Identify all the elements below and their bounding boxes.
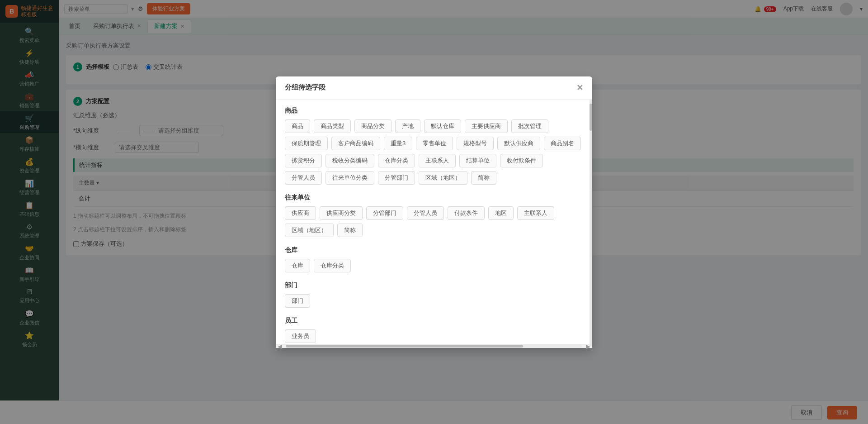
hscroll-thumb[interactable] (286, 345, 523, 348)
field-pick-points[interactable]: 拣货积分 (285, 154, 322, 167)
modal-close-btn[interactable]: ✕ (576, 83, 583, 93)
section-product-title: 商品 (285, 107, 583, 115)
field-tax-code[interactable]: 税收分类编码 (326, 154, 374, 167)
section-warehouse-title: 仓库 (285, 246, 583, 254)
field-main-contact[interactable]: 主联系人 (419, 154, 456, 167)
modal-body: 商品 商品 商品类型 商品分类 产地 默认仓库 主要供应商 批次管理 保质期管理… (276, 100, 592, 344)
field-product-type[interactable]: 商品类型 (314, 119, 351, 133)
field-person-cp[interactable]: 分管人员 (407, 206, 444, 220)
section-counterparty: 往来单位 供应商 供应商分类 分管部门 分管人员 付款条件 地区 主联系人 区域… (285, 194, 583, 237)
field-area[interactable]: 地区 (488, 206, 514, 220)
section-dept: 部门 部门 (285, 281, 583, 308)
counterparty-fields: 供应商 供应商分类 分管部门 分管人员 付款条件 地区 主联系人 区域（地区） … (285, 206, 583, 237)
field-batch-mgmt[interactable]: 批次管理 (511, 119, 548, 133)
section-product: 商品 商品 商品类型 商品分类 产地 默认仓库 主要供应商 批次管理 保质期管理… (285, 107, 583, 185)
employee-fields: 业务员 (285, 329, 583, 343)
field-warehouse[interactable]: 仓库 (285, 259, 310, 272)
field-customer-code[interactable]: 客户商品编码 (331, 137, 380, 150)
field-product-alias[interactable]: 商品别名 (544, 137, 581, 150)
field-weight3[interactable]: 重量3 (384, 137, 412, 150)
field-payment-terms[interactable]: 收付款条件 (500, 154, 543, 167)
field-settlement-unit[interactable]: 结算单位 (459, 154, 496, 167)
modal-overlay: 分组待选字段 ✕ 商品 商品 商品类型 商品分类 产地 默认仓库 主要供应商 批… (0, 0, 868, 424)
field-warehouse-cat[interactable]: 仓库分类 (314, 259, 351, 272)
modal-vscroll-thumb[interactable] (590, 104, 592, 131)
field-transaction-category[interactable]: 往来单位分类 (326, 171, 374, 185)
hscroll-left-btn[interactable]: ◀ (276, 343, 284, 350)
field-product-category[interactable]: 商品分类 (354, 119, 392, 133)
section-counterparty-title: 往来单位 (285, 194, 583, 202)
modal-hscroll[interactable]: ◀ ▶ (276, 344, 592, 348)
field-region[interactable]: 区域（地区） (419, 171, 467, 185)
field-payment-condition[interactable]: 付款条件 (448, 206, 485, 220)
section-employee-title: 员工 (285, 317, 583, 325)
modal-vscroll[interactable] (590, 99, 592, 346)
field-product[interactable]: 商品 (285, 119, 310, 133)
modal-title: 分组待选字段 (285, 83, 326, 92)
field-supplier-category[interactable]: 供应商分类 (320, 206, 363, 220)
field-dept[interactable]: 部门 (285, 294, 310, 308)
field-supplier[interactable]: 供应商 (285, 206, 316, 220)
field-origin[interactable]: 产地 (395, 119, 420, 133)
section-employee: 员工 业务员 (285, 317, 583, 343)
field-select-modal: 分组待选字段 ✕ 商品 商品 商品类型 商品分类 产地 默认仓库 主要供应商 批… (276, 76, 592, 348)
warehouse-fields: 仓库 仓库分类 (285, 259, 583, 272)
field-salesperson[interactable]: 业务员 (285, 329, 316, 343)
hscroll-track (286, 345, 582, 348)
section-dept-title: 部门 (285, 281, 583, 290)
field-default-warehouse[interactable]: 默认仓库 (424, 119, 461, 133)
field-region-cp[interactable]: 区域（地区） (285, 224, 334, 237)
field-dept-cp[interactable]: 分管部门 (366, 206, 403, 220)
field-spec-model[interactable]: 规格型号 (457, 137, 494, 150)
field-main-contact-cp[interactable]: 主联系人 (517, 206, 554, 220)
field-shelf-life[interactable]: 保质期管理 (285, 137, 328, 150)
field-person-in-charge[interactable]: 分管人员 (285, 171, 322, 185)
field-main-supplier[interactable]: 主要供应商 (465, 119, 508, 133)
field-default-supplier[interactable]: 默认供应商 (497, 137, 540, 150)
field-short-name-cp[interactable]: 简称 (337, 224, 363, 237)
section-warehouse: 仓库 仓库 仓库分类 (285, 246, 583, 272)
product-fields: 商品 商品类型 商品分类 产地 默认仓库 主要供应商 批次管理 保质期管理 客户… (285, 119, 583, 185)
field-dept-in-charge[interactable]: 分管部门 (378, 171, 415, 185)
field-short-name[interactable]: 简称 (471, 171, 496, 185)
field-warehouse-category[interactable]: 仓库分类 (378, 154, 415, 167)
dept-fields: 部门 (285, 294, 583, 308)
modal-header: 分组待选字段 ✕ (276, 76, 592, 100)
field-retail-unit[interactable]: 零售单位 (416, 137, 453, 150)
